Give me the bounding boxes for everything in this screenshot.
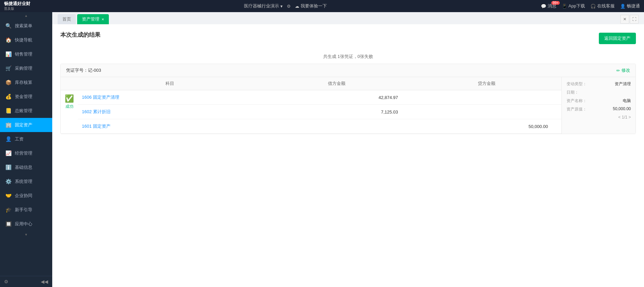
edit-label: 修改: [621, 67, 630, 73]
original-value-value: 50,000.00: [613, 106, 631, 112]
original-value-label: 资产原值：: [566, 106, 587, 112]
edit-voucher-button[interactable]: ✏ 修改: [616, 67, 630, 73]
sidebar-item-search[interactable]: 🔍 搜索菜单: [0, 19, 52, 33]
sidebar-item-operations[interactable]: 📈 经营管理: [0, 146, 52, 160]
sidebar-item-fund[interactable]: 💰 资金管理: [0, 90, 52, 104]
sidebar-item-enterprise[interactable]: 🤝 企业协同: [0, 189, 52, 203]
sidebar-item-quick-nav[interactable]: 🏠 快捷导航: [0, 33, 52, 47]
username-label: 畅捷通: [627, 3, 640, 9]
panel-close-button[interactable]: ✕: [620, 15, 629, 24]
sidebar-label-purchase: 采购管理: [15, 65, 32, 71]
col-debit: 借方金额: [262, 77, 411, 90]
sidebar-item-payroll[interactable]: 👤 工资: [0, 132, 52, 146]
sidebar-label-basic-info: 基础信息: [15, 164, 32, 170]
sidebar-label-sys-admin: 系统管理: [15, 179, 32, 185]
sidebar-item-inventory[interactable]: 📦 库存核算: [0, 75, 52, 90]
tab-asset-management[interactable]: 资产管理 ✕: [77, 14, 109, 24]
sidebar-label-payroll: 工资: [15, 136, 24, 142]
home-icon: 🏠: [5, 37, 11, 43]
payroll-icon: 👤: [5, 136, 11, 142]
sidebar-label-fixed-assets: 固定资产: [15, 122, 32, 128]
sidebar-item-guide[interactable]: 🎓 新手引导: [0, 203, 52, 217]
sidebar-label-sales: 销售管理: [15, 51, 32, 57]
row2-debit: 7,125.03: [262, 105, 411, 119]
pagination-info: 1/1: [622, 115, 628, 120]
sidebar: ▲ 🔍 搜索菜单 🏠 快捷导航 📊 销售管理 🛒 采购管理 📦 库存核算 💰 资…: [0, 12, 52, 287]
sidebar-label-operations: 经营管理: [15, 150, 32, 156]
sidebar-item-app-center[interactable]: 🔲 应用中心: [0, 217, 52, 231]
company-selector[interactable]: 医疗器械行业演示 ▾: [244, 3, 283, 9]
messages-badge: 99+: [551, 1, 560, 5]
voucher-table: 科目 借方金额 贷方金额 ✅ 成功: [61, 77, 561, 134]
cloud-icon: ☁: [295, 4, 299, 9]
sidebar-item-sys-admin[interactable]: ⚙️ 系统管理: [0, 174, 52, 189]
success-icon: ✅: [65, 94, 74, 103]
result-summary: 共生成 1张凭证，0张失败: [60, 51, 636, 64]
panel-expand-button[interactable]: ⛶: [630, 15, 639, 24]
tab-close-icon[interactable]: ✕: [101, 18, 104, 21]
row1-credit: [411, 90, 561, 105]
sidebar-item-sales[interactable]: 📊 销售管理: [0, 47, 52, 61]
asset-name-value: 电脑: [623, 98, 631, 104]
side-asset-name-row: 资产名称： 电脑: [566, 98, 631, 104]
asset-name-label: 资产名称：: [566, 98, 587, 104]
sidebar-scroll-down[interactable]: ▼: [0, 231, 52, 238]
voucher-header: 凭证字号：记-003 ✏ 修改: [61, 64, 636, 77]
sidebar-scroll-up[interactable]: ▲: [0, 12, 52, 19]
voucher-body: 科目 借方金额 贷方金额 ✅ 成功: [61, 77, 636, 134]
voucher-number: 凭证字号：记-003: [66, 67, 101, 73]
top-right: 💬 消息 99+ 📱 App下载 🎧 在线客服 👤 畅捷通: [541, 3, 640, 9]
sidebar-item-ledger[interactable]: 📒 总账管理: [0, 104, 52, 118]
service-label: 在线客服: [597, 3, 615, 9]
return-fixed-assets-button[interactable]: 返回固定资产: [599, 33, 636, 44]
sidebar-label-inventory: 库存核算: [15, 79, 32, 86]
page-title: 本次生成的结果: [60, 31, 100, 39]
sidebar-item-fixed-assets[interactable]: 🏢 固定资产: [0, 118, 52, 132]
top-header: 畅捷通好业财 普及版 医疗器械行业演示 ▾ ⚙ ☁ 我要体验一下 💬 消息 99…: [0, 0, 644, 12]
app-center-icon: 🔲: [5, 221, 11, 227]
side-original-value-row: 资产原值： 50,000.00: [566, 106, 631, 112]
sales-icon: 📊: [5, 51, 11, 57]
voucher-side-panel: 变动类型： 资产清理 日期： 资产名称： 电脑 资产原值：: [561, 77, 636, 134]
logo-area: 畅捷通好业财 普及版: [4, 1, 30, 11]
change-type-label: 变动类型：: [566, 81, 587, 87]
page-header-row: 本次生成的结果 返回固定资产: [60, 31, 636, 45]
pagination[interactable]: < 1/1 >: [566, 115, 631, 120]
app-download-button[interactable]: 📱 App下载: [562, 3, 585, 9]
experience-button[interactable]: ☁ 我要体验一下: [295, 3, 327, 9]
row3-subject: 1601 固定资产: [78, 119, 262, 134]
enterprise-icon: 🤝: [5, 193, 11, 199]
message-icon: 💬: [541, 4, 546, 9]
purchase-icon: 🛒: [5, 65, 11, 71]
status-cell: ✅ 成功: [61, 90, 78, 134]
sidebar-label-ledger: 总账管理: [15, 108, 32, 114]
company-name: 医疗器械行业演示: [244, 3, 279, 9]
status-text: 成功: [65, 104, 74, 109]
sidebar-label-quick-nav: 快捷导航: [15, 37, 32, 43]
page-content: 本次生成的结果 返回固定资产 共生成 1张凭证，0张失败 凭证字号：记-003 …: [52, 24, 644, 287]
ledger-icon: 📒: [5, 108, 11, 114]
sidebar-collapse-icon[interactable]: ◀◀: [41, 279, 48, 284]
user-button[interactable]: 👤 畅捷通: [620, 3, 640, 9]
next-page-icon[interactable]: >: [628, 115, 631, 120]
row1-subject: 1606 固定资产清理: [78, 90, 262, 105]
phone-icon: 📱: [562, 4, 567, 9]
row3-debit: [262, 119, 411, 134]
fund-icon: 💰: [5, 94, 11, 100]
online-service-button[interactable]: 🎧 在线客服: [590, 3, 615, 9]
sys-admin-icon: ⚙️: [5, 179, 11, 185]
settings-gear-button[interactable]: ⚙: [285, 2, 293, 10]
tab-home[interactable]: 首页: [58, 14, 76, 24]
sidebar-item-purchase[interactable]: 🛒 采购管理: [0, 61, 52, 75]
side-change-type-row: 变动类型： 资产清理: [566, 81, 631, 87]
sidebar-settings-icon[interactable]: ⚙: [4, 279, 8, 284]
prev-page-icon[interactable]: <: [618, 115, 621, 120]
voucher-section: 凭证字号：记-003 ✏ 修改 科目: [60, 64, 636, 134]
table-row: ✅ 成功 1606 固定资产清理 42,874.97: [61, 90, 561, 105]
sidebar-item-basic-info[interactable]: ℹ️ 基础信息: [0, 160, 52, 174]
sidebar-footer: ⚙ ◀◀: [0, 276, 52, 287]
sidebar-label-guide: 新手引导: [15, 207, 32, 213]
messages-button[interactable]: 💬 消息 99+: [541, 3, 556, 9]
row1-debit: 42,874.97: [262, 90, 411, 105]
content-wrapper: 首页 资产管理 ✕ ✕ ⛶ 本次生成的结果 返回固定资产 共生成 1张凭证，0张…: [52, 12, 644, 287]
